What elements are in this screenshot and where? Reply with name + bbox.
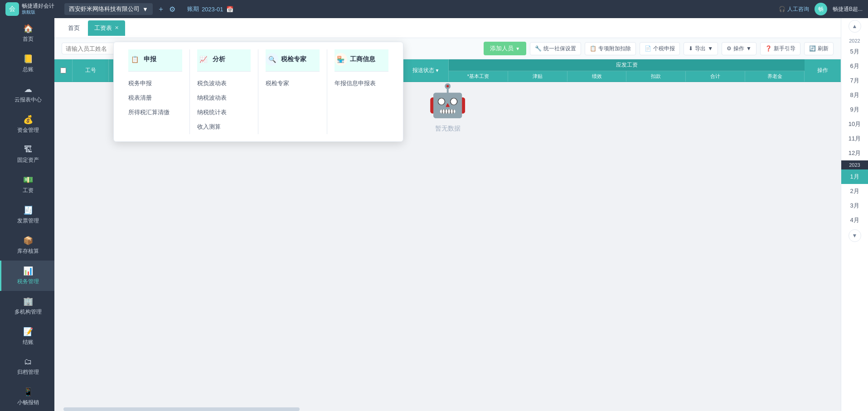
- logo-sub: 旗舰版: [22, 9, 54, 15]
- multi-org-icon: 🏢: [23, 296, 33, 306]
- content-area: 首页 工资表 ✕ 🔍 添加人员 ▼ 🔧 统一社保设置 📋: [54, 18, 841, 411]
- logo-icon: 会: [5, 2, 19, 16]
- sidebar-tax-label: 税务管理: [17, 278, 39, 285]
- tab-salary-label: 工资表: [94, 24, 112, 32]
- tax-icon: 📊: [23, 266, 33, 276]
- sidebar-item-cloud-report[interactable]: ☁ 云报表中心: [0, 79, 54, 109]
- dropdown-header-analysis: 📈 分析: [197, 49, 251, 72]
- business-info-title: 工商信息: [350, 55, 375, 63]
- customer-service-btn[interactable]: 🎧 人工咨询: [779, 5, 809, 13]
- fixed-asset-icon: 🏗: [24, 145, 32, 155]
- sidebar: 🏠 首页 📒 总账 ☁ 云报表中心 💰 资金管理 🏗 固定资产 💵 工资 🧾 发…: [0, 18, 54, 411]
- salary-icon: 💵: [23, 175, 33, 185]
- sidebar-item-xiaochang[interactable]: 📱 小畅报销: [0, 382, 54, 411]
- cal-month-apr[interactable]: 4月: [841, 213, 868, 227]
- cal-month-jun[interactable]: 6月: [841, 59, 868, 73]
- cal-month-nov[interactable]: 11月: [841, 131, 868, 146]
- sidebar-item-multi-org[interactable]: 🏢 多机构管理: [0, 291, 54, 321]
- dropdown-header-tax-expert: 🔍 税检专家: [266, 49, 320, 72]
- cal-month-dec[interactable]: 12月: [841, 146, 868, 160]
- user-avatar: 畅: [815, 3, 827, 15]
- cal-month-jul[interactable]: 7月: [841, 73, 868, 88]
- calendar-icon[interactable]: 📅: [226, 6, 233, 13]
- add-company-button[interactable]: ＋: [157, 5, 165, 14]
- sidebar-fund-label: 资金管理: [17, 126, 39, 134]
- sidebar-xiaochang-label: 小畅报销: [17, 399, 39, 406]
- chevron-down-icon: ▼: [142, 6, 148, 13]
- sidebar-item-ledger[interactable]: 📒 总账: [0, 48, 54, 79]
- headset-icon: 🎧: [779, 6, 786, 12]
- calendar-nav-up[interactable]: ▲: [849, 20, 861, 33]
- dropdown-item-tax-declaration[interactable]: 税务申报: [128, 76, 182, 91]
- cal-month-sep[interactable]: 9月: [841, 102, 868, 117]
- dropdown-item-income-prediction[interactable]: 收入测算: [197, 120, 251, 134]
- dropdown-header-business-info: 🏪 工商信息: [335, 49, 389, 72]
- invoice-icon: 🧾: [23, 205, 33, 215]
- top-right-area: 🎧 人工咨询 畅 畅捷通B超...: [779, 3, 863, 15]
- cal-month-jan[interactable]: 1月: [841, 169, 868, 184]
- analysis-title: 分析: [213, 55, 225, 63]
- sidebar-item-fund[interactable]: 💰 资金管理: [0, 109, 54, 140]
- prev-year-label: 2022: [841, 34, 868, 44]
- dropdown-col-business-info: 🏪 工商信息 年报信息申报表: [327, 49, 396, 134]
- sidebar-item-salary[interactable]: 💵 工资: [0, 169, 54, 200]
- cloud-icon: ☁: [24, 84, 32, 94]
- logo: 会 畅捷通好会计 旗舰版: [5, 2, 60, 16]
- tab-salary[interactable]: 工资表 ✕: [88, 20, 125, 36]
- cal-month-aug[interactable]: 8月: [841, 88, 868, 102]
- sidebar-item-fixed-asset[interactable]: 🏗 固定资产: [0, 140, 54, 169]
- top-bar: 会 畅捷通好会计 旗舰版 西安虾米网络科技有限公司 ▼ ＋ ⚙ 账期 2023-…: [0, 0, 868, 18]
- sidebar-item-invoice[interactable]: 🧾 发票管理: [0, 200, 54, 230]
- sidebar-invoice-label: 发票管理: [17, 217, 39, 225]
- sidebar-ledger-label: 总账: [23, 66, 34, 73]
- current-year-label: 2023: [841, 160, 868, 169]
- sidebar-multi-org-label: 多机构管理: [15, 308, 42, 316]
- cal-month-mar[interactable]: 3月: [841, 198, 868, 213]
- calendar-nav-down[interactable]: ▼: [849, 229, 861, 242]
- period-value: 2023-01: [202, 6, 223, 13]
- dropdown-panel: 📋 申报 税务申报 税表清册 所得税汇算清缴 📈 分析 税负波动表: [113, 42, 403, 142]
- dropdown-col-declaration: 📋 申报 税务申报 税表清册 所得税汇算清缴: [121, 49, 190, 134]
- sidebar-item-archive[interactable]: 🗂 归档管理: [0, 352, 54, 382]
- dropdown-grid: 📋 申报 税务申报 税表清册 所得税汇算清缴 📈 分析 税负波动表: [121, 49, 396, 134]
- dropdown-item-income-tax[interactable]: 所得税汇算清缴: [128, 105, 182, 120]
- business-info-icon: 🏪: [335, 53, 347, 66]
- sidebar-settlement-label: 结账: [23, 338, 34, 346]
- sidebar-fixed-asset-label: 固定资产: [17, 156, 39, 164]
- customer-service-label: 人工咨询: [787, 5, 809, 13]
- sidebar-item-tax[interactable]: 📊 税务管理: [0, 261, 54, 291]
- scrollbar-thumb[interactable]: [63, 407, 300, 411]
- sidebar-salary-label: 工资: [23, 187, 34, 194]
- archive-icon: 🗂: [24, 357, 32, 367]
- settings-icon[interactable]: ⚙: [169, 5, 175, 14]
- dropdown-item-tax-payment-fluctuation[interactable]: 纳税波动表: [197, 91, 251, 105]
- horizontal-scrollbar[interactable]: [54, 407, 841, 411]
- dropdown-item-tax-check[interactable]: 税检专家: [266, 76, 320, 91]
- company-selector[interactable]: 西安虾米网络科技有限公司 ▼: [64, 3, 153, 15]
- dropdown-item-tax-statistics[interactable]: 纳税统计表: [197, 105, 251, 120]
- current-year-section: 2023 1月 2月 3月 4月: [841, 160, 868, 227]
- sidebar-item-inventory[interactable]: 📦 库存核算: [0, 230, 54, 261]
- period-display: 账期 2023-01 📅: [187, 5, 233, 13]
- sidebar-item-settlement[interactable]: 📝 结账: [0, 321, 54, 352]
- dropdown-header-declaration: 📋 申报: [128, 49, 182, 72]
- declaration-title: 申报: [144, 55, 156, 63]
- fund-icon: 💰: [23, 115, 33, 125]
- settlement-icon: 📝: [23, 327, 33, 337]
- dropdown-item-tax-fluctuation[interactable]: 税负波动表: [197, 76, 251, 91]
- ledger-icon: 📒: [23, 54, 33, 64]
- tax-expert-title: 税检专家: [281, 55, 306, 63]
- cal-month-oct[interactable]: 10月: [841, 117, 868, 131]
- cal-month-feb[interactable]: 2月: [841, 184, 868, 198]
- dropdown-item-tax-form[interactable]: 税表清册: [128, 91, 182, 105]
- prev-year-section: 2022 5月 6月 7月 8月 9月 10月 11月 12月: [841, 34, 868, 160]
- tab-close-icon[interactable]: ✕: [115, 25, 119, 31]
- main-layout: 🏠 首页 📒 总账 ☁ 云报表中心 💰 资金管理 🏗 固定资产 💵 工资 🧾 发…: [0, 18, 868, 411]
- dropdown-item-annual-report[interactable]: 年报信息申报表: [335, 76, 389, 91]
- dropdown-menu: 📋 申报 税务申报 税表清册 所得税汇算清缴 📈 分析 税负波动表: [54, 38, 841, 145]
- dropdown-col-analysis: 📈 分析 税负波动表 纳税波动表 纳税统计表 收入测算: [190, 49, 259, 134]
- sidebar-item-home[interactable]: 🏠 首页: [0, 18, 54, 48]
- analysis-icon: 📈: [197, 53, 210, 66]
- tab-home[interactable]: 首页: [62, 20, 86, 36]
- cal-month-may[interactable]: 5月: [841, 44, 868, 59]
